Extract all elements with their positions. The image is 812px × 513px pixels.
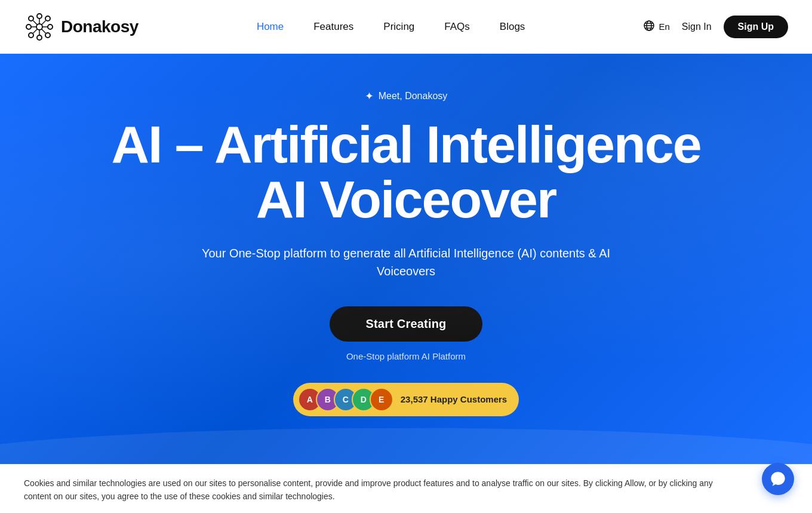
nav-link-pricing[interactable]: Pricing — [383, 21, 414, 32]
globe-icon — [643, 20, 655, 33]
nav-link-faqs[interactable]: FAQs — [444, 21, 470, 32]
hero-badge: ✦ Meet, Donakosy — [365, 90, 448, 103]
logo-icon — [24, 11, 55, 42]
svg-point-4 — [48, 24, 53, 29]
nav-item-home[interactable]: Home — [257, 21, 284, 33]
nav-right: En Sign In Sign Up — [643, 16, 788, 38]
language-selector[interactable]: En — [643, 20, 669, 33]
customers-count-text: 23,537 Happy Customers — [401, 394, 507, 404]
avatar: E — [370, 388, 393, 411]
svg-point-5 — [29, 16, 33, 21]
navbar: Donakosy Home Features Pricing FAQs Blog… — [0, 0, 812, 54]
logo[interactable]: Donakosy — [24, 11, 139, 42]
svg-point-7 — [45, 16, 50, 21]
nav-link-blogs[interactable]: Blogs — [500, 21, 525, 32]
start-creating-button[interactable]: Start Creating — [330, 306, 482, 342]
nav-item-faqs[interactable]: FAQs — [444, 21, 470, 33]
svg-line-16 — [33, 29, 38, 33]
avatars-group: A B C D E — [298, 388, 393, 411]
chat-support-button[interactable] — [762, 463, 794, 495]
nav-item-pricing[interactable]: Pricing — [383, 21, 414, 33]
hero-title-line2: AI Voiceover — [256, 170, 556, 229]
hero-title-line1: AI – Artificial Intelligence — [111, 115, 700, 174]
svg-line-15 — [42, 20, 46, 24]
svg-point-6 — [45, 33, 50, 38]
lang-text: En — [659, 21, 669, 32]
hero-section: ✦ Meet, Donakosy AI – Artificial Intelli… — [0, 54, 812, 464]
svg-point-2 — [37, 35, 42, 40]
nav-item-blogs[interactable]: Blogs — [500, 21, 525, 33]
svg-point-1 — [37, 14, 42, 19]
hero-badge-text: Meet, Donakosy — [379, 91, 448, 102]
svg-line-13 — [33, 20, 38, 24]
nav-links: Home Features Pricing FAQs Blogs — [257, 21, 525, 33]
sign-in-button[interactable]: Sign In — [682, 21, 712, 32]
nav-link-home[interactable]: Home — [257, 21, 284, 32]
nav-link-features[interactable]: Features — [313, 21, 353, 32]
svg-point-8 — [29, 33, 33, 38]
logo-text: Donakosy — [61, 17, 139, 36]
platform-label: One-Stop platform AI Platform — [346, 351, 466, 361]
svg-point-3 — [26, 24, 31, 29]
sign-up-button[interactable]: Sign Up — [724, 16, 788, 38]
sparkle-icon: ✦ — [365, 90, 374, 103]
hero-wave-decoration — [0, 428, 812, 464]
hero-title: AI – Artificial Intelligence AI Voiceove… — [111, 117, 700, 228]
hero-subtitle: Your One-Stop platform to generate all A… — [197, 244, 615, 280]
cookie-text: Cookies and similar technologies are use… — [24, 477, 740, 503]
nav-item-features[interactable]: Features — [313, 21, 353, 33]
customers-badge: A B C D E 23,537 Happy Customers — [293, 383, 519, 416]
chat-icon — [770, 471, 786, 487]
svg-line-14 — [42, 29, 46, 33]
cookie-banner: Cookies and similar technologies are use… — [0, 464, 812, 513]
